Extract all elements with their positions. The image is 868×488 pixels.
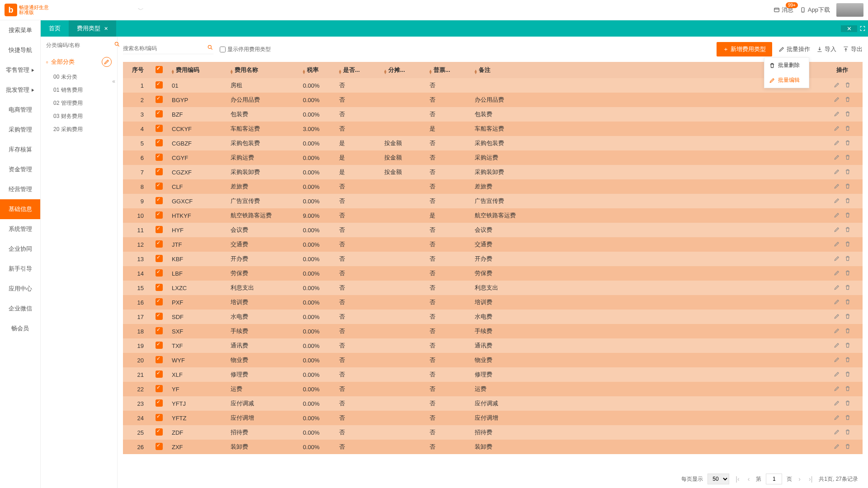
delete-row-icon[interactable] [844, 226, 851, 234]
edit-row-icon[interactable] [834, 255, 840, 263]
col-alloc[interactable]: ▴▾分摊... [381, 62, 426, 78]
prev-page-icon[interactable]: ‹ [746, 475, 752, 483]
close-icon[interactable]: ✕ [104, 26, 108, 32]
edit-row-icon[interactable] [834, 328, 840, 335]
sidebar-item[interactable]: 零售管理▶ [0, 60, 40, 80]
delete-row-icon[interactable] [844, 284, 851, 292]
fullscreen-icon[interactable] [857, 25, 868, 32]
cell-checkbox[interactable] [150, 411, 168, 425]
messages-link[interactable]: 消息 99+ [774, 6, 793, 14]
cell-checkbox[interactable] [150, 252, 168, 266]
col-index[interactable]: 序号 [123, 62, 150, 78]
batch-button[interactable]: 批量操作 [778, 45, 810, 53]
cell-checkbox[interactable] [150, 223, 168, 237]
show-disabled-checkbox[interactable]: 显示停用费用类型 [220, 46, 271, 53]
delete-row-icon[interactable] [844, 111, 851, 118]
tree-root-item[interactable]: ▫ 全部分类 [41, 53, 117, 70]
edit-row-icon[interactable] [834, 400, 840, 408]
delete-row-icon[interactable] [844, 385, 851, 393]
cell-checkbox[interactable] [150, 165, 168, 179]
edit-category-icon[interactable] [102, 57, 112, 67]
cell-checkbox[interactable] [150, 122, 168, 136]
batch-edit-item[interactable]: 批量编辑 [764, 73, 809, 88]
sidebar-item[interactable]: 新手引导 [0, 259, 40, 279]
tree-item[interactable]: 20 采购费用 [41, 123, 117, 136]
delete-row-icon[interactable] [844, 82, 851, 89]
delete-row-icon[interactable] [844, 371, 851, 379]
edit-row-icon[interactable] [834, 313, 840, 321]
delete-row-icon[interactable] [844, 400, 851, 408]
edit-row-icon[interactable] [834, 111, 840, 118]
delete-row-icon[interactable] [844, 241, 851, 249]
delete-row-icon[interactable] [844, 414, 851, 422]
delete-row-icon[interactable] [844, 443, 851, 451]
delete-row-icon[interactable] [844, 183, 851, 191]
cell-checkbox[interactable] [150, 281, 168, 295]
tree-item[interactable]: 01 销售费用 [41, 84, 117, 97]
search-icon[interactable] [207, 44, 213, 52]
cell-checkbox[interactable] [150, 338, 168, 353]
delete-row-icon[interactable] [844, 342, 851, 350]
export-button[interactable]: 导出 [843, 45, 863, 53]
cell-checkbox[interactable] [150, 382, 168, 396]
page-input[interactable] [766, 474, 782, 484]
tree-search-input[interactable] [46, 42, 114, 48]
cell-checkbox[interactable] [150, 208, 168, 223]
edit-row-icon[interactable] [834, 212, 840, 220]
edit-row-icon[interactable] [834, 429, 840, 436]
delete-row-icon[interactable] [844, 212, 851, 220]
edit-row-icon[interactable] [834, 197, 840, 205]
sidebar-item[interactable]: 电商管理 [0, 100, 40, 120]
edit-row-icon[interactable] [834, 284, 840, 292]
col-name[interactable]: ▴▾费用名称 [227, 62, 299, 78]
sidebar-item[interactable]: 搜索菜单 [0, 20, 40, 40]
col-code[interactable]: ▴▾费用编码 [168, 62, 227, 78]
col-bool1[interactable]: ▴▾是否... [335, 62, 381, 78]
add-button[interactable]: ＋新增费用类型 [717, 42, 772, 56]
batch-delete-item[interactable]: 批量删除 [764, 58, 809, 73]
edit-row-icon[interactable] [834, 443, 840, 451]
collapse-tree-icon[interactable]: « [112, 78, 115, 84]
cell-checkbox[interactable] [150, 353, 168, 367]
app-download-link[interactable]: App下载 [800, 6, 830, 14]
cell-checkbox[interactable] [150, 194, 168, 208]
delete-row-icon[interactable] [844, 255, 851, 263]
delete-row-icon[interactable] [844, 299, 851, 306]
edit-row-icon[interactable] [834, 342, 840, 350]
sidebar-item[interactable]: 资金管理 [0, 160, 40, 179]
edit-row-icon[interactable] [834, 140, 840, 147]
per-page-select[interactable]: 50 [708, 474, 729, 484]
check-all[interactable] [156, 66, 163, 73]
col-bool2[interactable]: ▴▾普票... [426, 62, 471, 78]
search-input[interactable] [123, 45, 207, 52]
tab-expense-type[interactable]: 费用类型 ✕ [69, 20, 116, 37]
avatar[interactable] [836, 3, 863, 17]
cell-checkbox[interactable] [150, 78, 168, 93]
edit-row-icon[interactable] [834, 270, 840, 277]
sidebar-item[interactable]: 经营管理 [0, 179, 40, 199]
sidebar-item[interactable]: 快捷导航 [0, 40, 40, 60]
edit-row-icon[interactable] [834, 299, 840, 306]
cell-checkbox[interactable] [150, 295, 168, 310]
sidebar-item[interactable]: 采购管理 [0, 120, 40, 140]
cell-checkbox[interactable] [150, 440, 168, 454]
next-page-icon[interactable]: › [797, 475, 802, 483]
last-page-icon[interactable]: ›| [807, 475, 814, 483]
delete-row-icon[interactable] [844, 140, 851, 147]
edit-row-icon[interactable] [834, 183, 840, 191]
edit-row-icon[interactable] [834, 125, 840, 133]
cell-checkbox[interactable] [150, 396, 168, 411]
cell-checkbox[interactable] [150, 179, 168, 194]
sidebar-item[interactable]: 批发管理▶ [0, 80, 40, 100]
tree-item[interactable]: 02 管理费用 [41, 97, 117, 110]
cell-checkbox[interactable] [150, 367, 168, 382]
edit-row-icon[interactable] [834, 241, 840, 249]
cell-checkbox[interactable] [150, 150, 168, 165]
tree-item[interactable]: 00 未分类 [41, 70, 117, 84]
cell-checkbox[interactable] [150, 93, 168, 107]
edit-row-icon[interactable] [834, 226, 840, 234]
delete-row-icon[interactable] [844, 429, 851, 436]
cell-checkbox[interactable] [150, 266, 168, 281]
delete-row-icon[interactable] [844, 96, 851, 104]
edit-row-icon[interactable] [834, 371, 840, 379]
